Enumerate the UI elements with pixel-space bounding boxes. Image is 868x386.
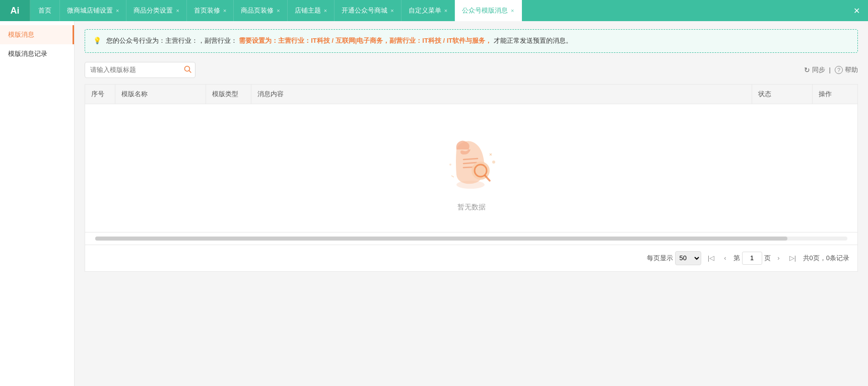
col-name: 模版名称 — [115, 84, 206, 104]
search-bar: ↻ 同步 | ? 帮助 — [85, 62, 858, 78]
prev-page-button[interactable]: ‹ — [719, 252, 731, 264]
tab-shop-theme-label: 店铺主题 — [295, 6, 321, 15]
window-close-button[interactable]: ✕ — [845, 0, 868, 21]
notice-icon: 💡 — [93, 37, 101, 44]
empty-state-row: 暂无数据 — [85, 104, 858, 232]
sync-icon: ↻ — [804, 66, 810, 74]
sidebar: 模版消息 模版消息记录 — [0, 21, 75, 386]
sidebar-item-template-msg-record-label: 模版消息记录 — [8, 50, 47, 57]
empty-text: 暂无数据 — [85, 203, 857, 212]
sidebar-item-template-msg-record[interactable]: 模版消息记录 — [0, 44, 74, 63]
app-logo-text: Ai — [11, 6, 20, 16]
tab-home-label: 首页 — [38, 6, 51, 15]
tab-shop-theme-close[interactable]: × — [324, 8, 327, 14]
tab-open-mall-label: 开通公众号商城 — [342, 6, 387, 15]
svg-point-13 — [449, 164, 451, 166]
tab-product-category-close[interactable]: × — [176, 8, 179, 14]
tab-custom-menu-label: 自定义菜单 — [409, 6, 441, 15]
col-seq: 序号 — [85, 84, 115, 104]
pagination-total: 共0页，0条记录 — [803, 254, 849, 263]
svg-line-1 — [189, 70, 191, 72]
scrollbar-row[interactable] — [85, 233, 858, 245]
svg-point-12 — [492, 161, 495, 164]
help-icon: ? — [835, 66, 843, 74]
col-action: 操作 — [813, 84, 858, 104]
tab-home[interactable]: 首页 — [30, 0, 60, 21]
search-input[interactable] — [85, 62, 195, 78]
tab-custom-menu[interactable]: 自定义菜单 × — [402, 0, 455, 21]
tab-template-msg-label: 公众号模版消息 — [462, 6, 508, 15]
tab-template-msg-close[interactable]: × — [511, 8, 514, 14]
tab-open-mall[interactable]: 开通公众号商城 × — [335, 0, 401, 21]
content-area: 💡 您的公众号行业为：主营行业：，副营行业： 需要设置为：主营行业：IT科技 /… — [75, 21, 868, 386]
sync-label: 同步 — [812, 65, 825, 74]
current-page-input[interactable] — [742, 252, 762, 265]
help-label: 帮助 — [845, 65, 858, 74]
search-icon-button[interactable] — [184, 65, 191, 74]
page-size-label: 每页显示 — [647, 254, 673, 263]
page-size-select[interactable]: 10 20 50 100 — [675, 251, 701, 265]
data-table: 序号 模版名称 模版类型 消息内容 状态 操作 — [85, 84, 858, 233]
window-close-icon: ✕ — [853, 6, 860, 16]
col-type: 模版类型 — [206, 84, 251, 104]
pagination-nav: |◁ ‹ 第 页 › ▷| — [705, 252, 799, 265]
last-page-button[interactable]: ▷| — [787, 252, 799, 264]
main-layout: 模版消息 模版消息记录 💡 您的公众号行业为：主营行业：，副营行业： 需要设置为… — [0, 21, 868, 386]
page-suffix: 页 — [764, 254, 771, 263]
tab-home-decoration-label: 首页装修 — [194, 6, 220, 15]
col-status: 状态 — [752, 84, 813, 104]
pagination: 每页显示 10 20 50 100 |◁ ‹ 第 页 — [85, 245, 858, 272]
help-button[interactable]: ? 帮助 — [835, 65, 858, 74]
empty-illustration — [441, 134, 502, 195]
empty-state: 暂无数据 — [85, 104, 857, 232]
search-actions: ↻ 同步 | ? 帮助 — [804, 65, 858, 74]
tab-wshop-setting-close[interactable]: × — [116, 8, 119, 14]
prev-page-icon: ‹ — [724, 254, 726, 262]
last-page-icon: ▷| — [789, 254, 796, 262]
tab-wshop-setting-label: 微商城店铺设置 — [67, 6, 113, 15]
notice-text-prefix: 您的公众号行业为：主营行业：，副营行业： — [106, 37, 237, 44]
tab-product-category[interactable]: 商品分类设置 × — [126, 0, 186, 21]
table-header-row: 序号 模版名称 模版类型 消息内容 状态 操作 — [85, 84, 858, 104]
scrollbar-thumb[interactable] — [95, 237, 787, 241]
sidebar-item-template-msg[interactable]: 模版消息 — [0, 25, 74, 44]
tab-custom-menu-close[interactable]: × — [444, 8, 447, 14]
tab-shop-theme[interactable]: 店铺主题 × — [288, 0, 335, 21]
col-content: 消息内容 — [251, 84, 752, 104]
sync-button[interactable]: ↻ 同步 — [804, 65, 825, 74]
search-input-wrap — [85, 62, 195, 78]
separator: | — [829, 66, 831, 73]
scrollbar-track[interactable] — [95, 237, 847, 241]
app-logo-tab: Ai — [0, 0, 30, 21]
page-prefix: 第 — [733, 254, 740, 263]
notice-text-suffix: 才能正常发送预置的消息。 — [494, 37, 572, 44]
tab-open-mall-close[interactable]: × — [390, 8, 393, 14]
tab-product-decoration-close[interactable]: × — [277, 8, 280, 14]
next-page-button[interactable]: › — [773, 252, 785, 264]
tab-home-decoration[interactable]: 首页装修 × — [187, 0, 234, 21]
tab-product-decoration-label: 商品页装修 — [241, 6, 274, 15]
next-page-icon: › — [777, 254, 779, 262]
sidebar-item-template-msg-label: 模版消息 — [8, 31, 34, 38]
first-page-icon: |◁ — [708, 254, 714, 262]
tab-home-decoration-close[interactable]: × — [223, 8, 226, 14]
svg-line-11 — [451, 176, 454, 177]
notice-box: 💡 您的公众号行业为：主营行业：，副营行业： 需要设置为：主营行业：IT科技 /… — [85, 29, 858, 53]
tab-product-category-label: 商品分类设置 — [133, 6, 173, 15]
tab-template-msg[interactable]: 公众号模版消息 × — [455, 0, 521, 21]
page-size-selector: 每页显示 10 20 50 100 — [647, 251, 701, 265]
tab-product-decoration[interactable]: 商品页装修 × — [234, 0, 287, 21]
first-page-button[interactable]: |◁ — [705, 252, 717, 264]
topbar: Ai 首页 微商城店铺设置 × 商品分类设置 × 首页装修 × 商品页装修 × … — [0, 0, 868, 21]
notice-highlight-text: 需要设置为：主营行业：IT科技 / 互联网|电子商务，副营行业：IT科技 / I… — [239, 37, 492, 44]
tab-wshop-setting[interactable]: 微商城店铺设置 × — [60, 0, 126, 21]
